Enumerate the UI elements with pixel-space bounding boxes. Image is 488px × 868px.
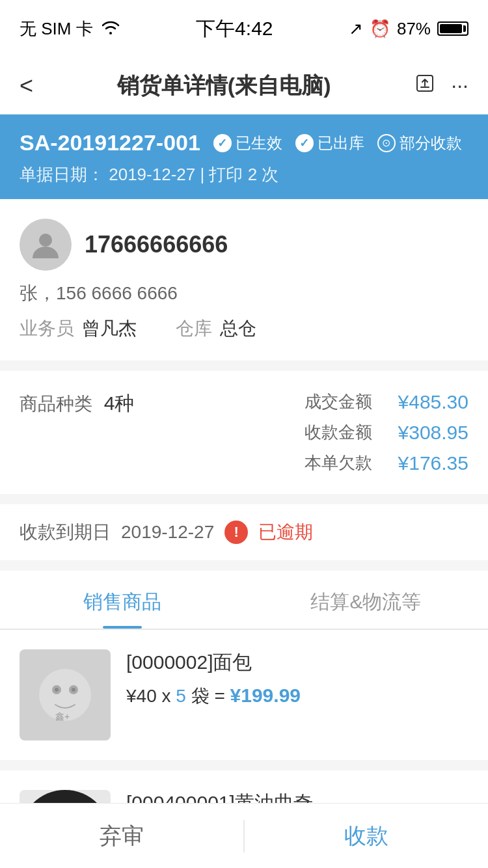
warehouse-item: 仓库 总仓 — [176, 316, 256, 341]
product-price-1: ¥40 x 5 袋 = ¥199.99 — [126, 684, 468, 709]
salesperson-item: 业务员 曾凡杰 — [20, 316, 137, 341]
product-total-1: ¥199.99 — [230, 685, 301, 706]
amount-value: ¥485.30 — [398, 391, 468, 413]
alarm-icon: ⏰ — [370, 19, 390, 39]
header-banner: SA-20191227-001 ✓ 已生效 ✓ 已出库 ⊙ 部分收款 单据日期：… — [0, 115, 488, 199]
tab-settlement[interactable]: 结算&物流等 — [244, 571, 488, 629]
status-partial: ⊙ 部分收款 — [377, 133, 462, 154]
order-id: SA-20191227-001 — [20, 130, 200, 156]
svg-point-5 — [55, 688, 59, 692]
product-thumb-1: 鑫+ — [20, 649, 111, 740]
product-item-1: 鑫+ [0000002]面包 ¥40 x 5 袋 = ¥199.99 — [0, 630, 488, 760]
overdue-text: 已逾期 — [258, 520, 313, 545]
battery-icon — [437, 21, 468, 36]
cancel-button[interactable]: 弃审 — [0, 821, 243, 851]
product-info-1: [0000002]面包 ¥40 x 5 袋 = ¥199.99 — [126, 649, 468, 709]
status-effective: ✓ 已生效 — [213, 133, 282, 154]
due-label: 收款到期日 — [20, 520, 111, 545]
summary-left: 商品种类 4种 — [20, 390, 134, 474]
svg-text:鑫+: 鑫+ — [55, 711, 70, 722]
carrier-label: 无 SIM 卡 — [20, 18, 93, 40]
svg-point-1 — [39, 234, 52, 247]
clock-icon: ⊙ — [377, 134, 396, 152]
due-date: 2019-12-27 — [121, 522, 214, 543]
debt-label: 本单欠款 — [305, 452, 372, 474]
summary-right: 成交金额 ¥485.30 收款金额 ¥308.95 本单欠款 ¥176.35 — [305, 390, 468, 474]
svg-point-6 — [72, 688, 75, 692]
section-gap — [0, 560, 488, 571]
warehouse-label: 仓库 — [176, 316, 212, 341]
debt-row: 本单欠款 ¥176.35 — [305, 452, 468, 474]
type-label: 商品种类 4种 — [20, 390, 134, 417]
customer-row: 17666666666 — [20, 219, 468, 271]
customer-section: 17666666666 张，156 6666 6666 业务员 曾凡杰 仓库 总… — [0, 199, 488, 360]
check-icon-2: ✓ — [295, 134, 314, 152]
location-icon: ↗ — [349, 19, 363, 39]
share-button[interactable] — [414, 73, 435, 99]
product-image-1: 鑫+ — [20, 649, 111, 740]
warehouse-value: 总仓 — [220, 316, 256, 341]
customer-meta: 业务员 曾凡杰 仓库 总仓 — [20, 316, 468, 341]
summary-section: 商品种类 4种 成交金额 ¥485.30 收款金额 ¥308.95 本单欠款 ¥… — [0, 371, 488, 494]
check-icon-1: ✓ — [213, 134, 232, 152]
nav-actions: ··· — [414, 73, 468, 99]
amount-row: 成交金额 ¥485.30 — [305, 390, 468, 413]
status-left: 无 SIM 卡 — [20, 18, 120, 40]
status-bar: 无 SIM 卡 下午4:42 ↗ ⏰ 87% — [0, 0, 488, 57]
bottom-bar: 弃审 收款 — [0, 803, 488, 868]
salesperson-value: 曾凡杰 — [82, 316, 137, 341]
received-value: ¥308.95 — [398, 422, 468, 444]
amount-label: 成交金额 — [305, 390, 372, 413]
status-shipped: ✓ 已出库 — [295, 133, 364, 154]
nav-bar: < 销货单详情(来自电脑) ··· — [0, 57, 488, 115]
time-label: 下午4:42 — [196, 16, 273, 42]
due-section: 收款到期日 2019-12-27 ! 已逾期 — [0, 504, 488, 560]
received-row: 收款金额 ¥308.95 — [305, 421, 468, 444]
page-title: 销货单详情(来自电脑) — [117, 71, 331, 101]
customer-id: 17666666666 — [85, 231, 228, 258]
confirm-button[interactable]: 收款 — [245, 821, 488, 851]
tab-sales-products[interactable]: 销售商品 — [0, 571, 244, 629]
battery-percent: 87% — [397, 19, 431, 39]
customer-name: 张，156 6666 6666 — [20, 281, 468, 306]
product-name-1: [0000002]面包 — [126, 649, 468, 676]
more-button[interactable]: ··· — [451, 74, 468, 98]
received-label: 收款金额 — [305, 421, 372, 444]
type-count: 4种 — [104, 392, 135, 414]
debt-value: ¥176.35 — [398, 452, 468, 474]
back-button[interactable]: < — [20, 72, 33, 100]
product-qty-1: 5 — [176, 686, 186, 706]
banner-date: 单据日期： 2019-12-27 | 打印 2 次 — [20, 163, 468, 186]
avatar — [20, 219, 72, 271]
salesperson-label: 业务员 — [20, 316, 74, 341]
overdue-icon: ! — [224, 521, 248, 544]
banner-top: SA-20191227-001 ✓ 已生效 ✓ 已出库 ⊙ 部分收款 — [20, 130, 468, 156]
wifi-icon — [101, 19, 120, 39]
status-right: ↗ ⏰ 87% — [349, 19, 468, 39]
tabs: 销售商品 结算&物流等 — [0, 571, 488, 630]
